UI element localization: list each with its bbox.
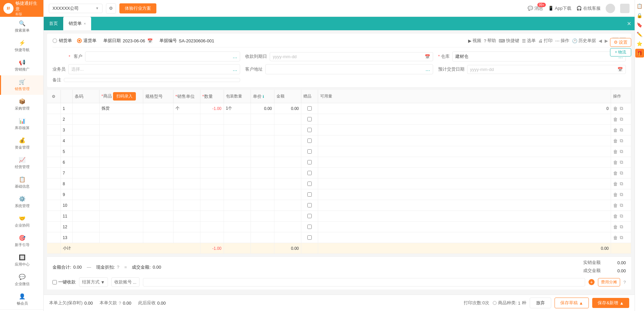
customer-address-input[interactable]: ... <box>265 64 433 74</box>
help-tool[interactable]: ? 帮助 <box>484 38 496 44</box>
copy-row-6-icon[interactable]: ⧉ <box>620 159 623 165</box>
sidebar-item-guide[interactable]: 🎯 新手引导 <box>0 231 43 251</box>
delivery-calendar-icon[interactable]: 📅 <box>617 67 623 72</box>
sidebar-item-purchase[interactable]: 📦 采购管理 <box>0 95 43 114</box>
product-kind-info[interactable]: 商品种类: 1 种 <box>493 300 526 306</box>
discount-help-icon[interactable]: ? <box>117 265 119 270</box>
sidebar-item-enterprise[interactable]: 🤝 企业协同 <box>0 212 43 231</box>
radio-sale-order[interactable]: 销货单 <box>52 38 72 44</box>
copy-row-3-icon[interactable]: ⧉ <box>620 127 623 133</box>
select-tool[interactable]: ☰ 选单 <box>522 38 536 44</box>
sidebar-item-inventory[interactable]: 📊 库存核算 <box>0 114 43 134</box>
calc-method-select[interactable]: 结算方式 ▼ <box>79 277 108 287</box>
scan-barcode-button[interactable]: 扫码录入 <box>113 92 136 101</box>
right-icon-edit[interactable]: ✏️ <box>635 30 644 39</box>
delete-row-3-icon[interactable]: 🗑 <box>613 127 618 133</box>
price-info-icon[interactable]: ℹ <box>263 94 264 99</box>
sidebar-item-operations[interactable]: 📈 经营管理 <box>0 153 43 173</box>
sidebar-item-basic[interactable]: 📋 基础信息 <box>0 173 43 192</box>
gift-checkbox-5[interactable] <box>307 149 312 154</box>
video-tool[interactable]: ▶ 视频 <box>468 38 481 44</box>
delete-row-6-icon[interactable]: 🗑 <box>613 160 618 165</box>
logistics-button[interactable]: + 物流 <box>610 48 631 56</box>
copy-row-9-icon[interactable]: ⧉ <box>620 192 623 197</box>
tab-close-icon[interactable]: × <box>84 22 86 26</box>
th-setting[interactable]: ⚙ <box>47 90 61 103</box>
account-select[interactable]: 收款账号 ... <box>111 277 140 287</box>
sidebar-item-system[interactable]: ⚙️ 系统管理 <box>0 192 43 212</box>
right-icon-notes[interactable]: 📋 <box>635 2 644 10</box>
calendar-icon[interactable]: 📅 <box>147 38 153 43</box>
one-click-collect-checkbox[interactable] <box>52 280 57 284</box>
copy-row-11-icon[interactable]: ⧉ <box>620 213 623 219</box>
customer-address-dots[interactable]: ... <box>425 66 430 72</box>
save-draft-button[interactable]: 保存草稿 ▲ <box>555 298 589 308</box>
payment-amount-input[interactable] <box>143 278 585 286</box>
gift-checkbox-13[interactable] <box>307 235 312 240</box>
copy-row-10-icon[interactable]: ⧉ <box>620 202 623 208</box>
delete-row-9-icon[interactable]: 🗑 <box>613 192 618 197</box>
expected-delivery-input[interactable]: yyyy-mm-dd 📅 <box>467 65 626 74</box>
td-qty-1[interactable]: -1.00 <box>200 103 224 114</box>
collection-calendar-icon[interactable]: 📅 <box>425 54 430 59</box>
shortcut-tool[interactable]: ⌨ 快捷键 <box>499 38 519 44</box>
fenpei-help-icon[interactable]: ? <box>623 280 626 285</box>
sidebar-item-search[interactable]: 🔍 搜索菜单 <box>0 17 43 36</box>
tab-home[interactable]: 首页 <box>44 17 63 30</box>
warehouse-input[interactable]: 建材仓 ... <box>452 51 626 62</box>
delete-row-1-icon[interactable]: 🗑 <box>613 106 618 111</box>
save-new-button[interactable]: 保存&新增 ▲ <box>592 298 629 308</box>
salesperson-dots[interactable]: ... <box>233 66 237 72</box>
history-tool[interactable]: 🕐 历史单据 <box>572 38 596 44</box>
user-menu-icon[interactable] <box>620 4 630 13</box>
nav-prev-icon[interactable]: ◀ <box>599 38 602 43</box>
settings-icon-btn[interactable]: ⚙ <box>106 3 116 13</box>
right-icon-star[interactable]: ⭐ <box>635 39 644 48</box>
collection-date-input[interactable]: yyyy-mm-dd 📅 <box>270 52 433 61</box>
setting-button[interactable]: ⚙ 设置 <box>610 38 631 47</box>
one-click-collect-check[interactable]: 一键收款 <box>52 279 76 285</box>
remark-input[interactable] <box>64 78 240 82</box>
close-window-icon[interactable]: ✕ <box>627 21 631 27</box>
delete-row-11-icon[interactable]: 🗑 <box>613 213 618 219</box>
gift-checkbox-8[interactable] <box>307 182 312 186</box>
print-tool[interactable]: 🖨 打印 <box>538 38 553 44</box>
right-icon-gift[interactable]: 🎁 <box>635 49 644 57</box>
app-download-btn[interactable]: 📱 App下载 <box>548 5 571 11</box>
online-service-btn[interactable]: 🎧 在线客服 <box>576 5 601 11</box>
sidebar-item-finance[interactable]: 💰 资金管理 <box>0 134 43 153</box>
experience-button[interactable]: 体验行业方案 <box>119 3 156 13</box>
gift-checkbox-3[interactable] <box>307 128 312 132</box>
sidebar-item-sales[interactable]: 🛒 销售管理 <box>0 75 43 95</box>
sidebar-item-quicknav[interactable]: ⚡ 快捷导航 <box>0 36 43 56</box>
copy-row-1-icon[interactable]: ⧉ <box>620 106 623 111</box>
tab-sale-order[interactable]: 销货单 × <box>63 17 91 30</box>
right-icon-lock[interactable]: 🔒 <box>635 11 644 20</box>
delete-row-5-icon[interactable]: 🗑 <box>613 149 618 154</box>
right-icon-bookmark[interactable]: 🔖 <box>635 21 644 29</box>
gift-checkbox-10[interactable] <box>307 203 312 207</box>
gift-checkbox-7[interactable] <box>307 171 312 175</box>
gift-checkbox-6[interactable] <box>307 160 312 164</box>
ops-tool[interactable]: ⋯ 操作 <box>555 38 569 44</box>
gift-checkbox-2[interactable] <box>307 117 312 121</box>
nav-next-icon[interactable]: ▶ <box>605 38 608 43</box>
td-price-1[interactable]: 0.00 <box>251 103 274 114</box>
fenpei-button[interactable]: 费用分摊 <box>598 278 620 286</box>
gift-checkbox-11[interactable] <box>307 214 312 218</box>
td-product-1[interactable]: 拣货 <box>99 103 143 114</box>
copy-row-13-icon[interactable]: ⧉ <box>620 235 623 240</box>
copy-row-12-icon[interactable]: ⧉ <box>620 224 623 230</box>
company-selector[interactable]: XXXXXX公司 ▼ <box>49 4 103 13</box>
customer-dots[interactable]: ... <box>233 53 237 60</box>
gift-checkbox-12[interactable] <box>307 225 312 229</box>
sidebar-item-wechat[interactable]: 💬 企业微信 <box>0 270 43 290</box>
delete-row-4-icon[interactable]: 🗑 <box>613 138 618 144</box>
copy-row-8-icon[interactable]: ⧉ <box>620 181 623 187</box>
gift-checkbox-1[interactable] <box>307 106 312 111</box>
add-payment-button[interactable]: + <box>589 279 595 285</box>
user-avatar[interactable] <box>606 4 615 13</box>
sidebar-item-marketing[interactable]: 📢 营销推广 <box>0 56 43 75</box>
gift-checkbox-4[interactable] <box>307 139 312 143</box>
copy-row-4-icon[interactable]: ⧉ <box>620 138 623 144</box>
